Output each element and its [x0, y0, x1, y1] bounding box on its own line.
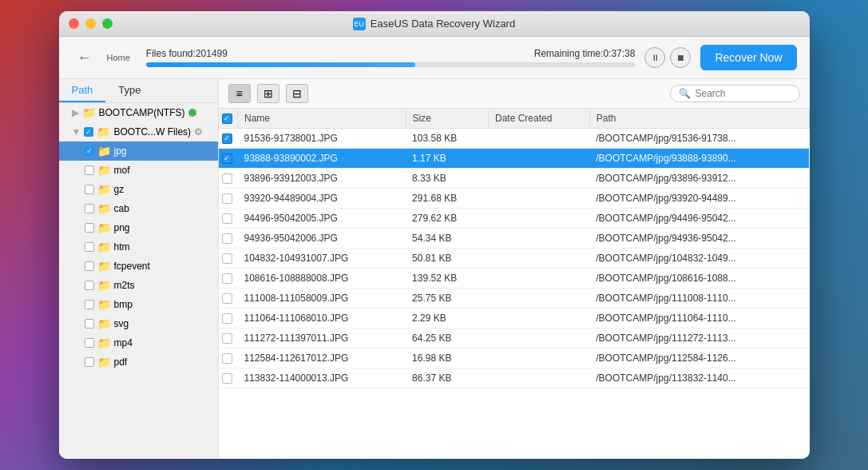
- sidebar-item-bmp[interactable]: 📁 bmp: [59, 295, 218, 314]
- tree-checkbox[interactable]: [85, 261, 94, 271]
- row-checkbox[interactable]: [222, 253, 232, 264]
- table-row[interactable]: 111008-111058009.JPG25.75 KB/BOOTCAMP/jp…: [219, 289, 810, 309]
- minimize-button[interactable]: [85, 18, 96, 29]
- table-row[interactable]: 104832-104931007.JPG50.81 KB/BOOTCAMP/jp…: [219, 249, 810, 269]
- row-checkbox-cell[interactable]: [219, 349, 238, 368]
- row-checkbox-cell[interactable]: [219, 329, 238, 349]
- row-checkbox[interactable]: ✓: [222, 153, 232, 164]
- table-row[interactable]: 94496-95042005.JPG279.62 KB/BOOTCAMP/jpg…: [219, 209, 810, 229]
- sidebar-item-svg[interactable]: 📁 svg: [59, 314, 218, 333]
- header-checkbox[interactable]: ✓: [222, 114, 232, 124]
- sidebar-item-pdf[interactable]: 📁 pdf: [59, 352, 218, 372]
- row-checkbox[interactable]: [222, 373, 232, 384]
- row-checkbox-cell[interactable]: ✓: [219, 149, 238, 169]
- table-row[interactable]: 108616-108888008.JPG139.52 KB/BOOTCAMP/j…: [219, 269, 810, 289]
- header-path[interactable]: Path: [589, 109, 809, 129]
- row-checkbox-cell[interactable]: [219, 249, 238, 269]
- row-checkbox-cell[interactable]: [219, 368, 238, 388]
- header-size[interactable]: Size: [406, 109, 488, 129]
- sidebar-item-png[interactable]: 📁 png: [59, 218, 218, 237]
- row-checkbox-cell[interactable]: [219, 269, 238, 289]
- tab-type[interactable]: Type: [105, 79, 153, 102]
- gear-icon[interactable]: ⚙: [194, 126, 203, 137]
- sidebar-item-bootcamp-w-files[interactable]: ▼ ✓ 📁 BOOTC...W Files) ⚙: [59, 122, 218, 141]
- table-row[interactable]: 113832-114000013.JPG86.37 KB/BOOTCAMP/jp…: [219, 368, 810, 388]
- tree-checkbox[interactable]: [85, 357, 94, 367]
- row-checkbox[interactable]: [222, 293, 232, 304]
- home-button[interactable]: Home: [107, 53, 130, 62]
- row-checkbox[interactable]: [222, 353, 232, 364]
- table-row[interactable]: 111272-111397011.JPG64.25 KB/BOOTCAMP/jp…: [219, 329, 810, 349]
- table-row[interactable]: 112584-112617012.JPG16.98 KB/BOOTCAMP/jp…: [219, 349, 810, 368]
- sidebar-item-gz[interactable]: 📁 gz: [59, 180, 218, 199]
- close-button[interactable]: [69, 18, 79, 29]
- arrow-icon: ▼: [72, 126, 81, 137]
- sidebar-item-m2ts[interactable]: 📁 m2ts: [59, 276, 218, 295]
- row-checkbox[interactable]: [222, 173, 232, 184]
- tree-checkbox[interactable]: [85, 223, 94, 233]
- row-path: /BOOTCAMP/jpg/93896-93912...: [589, 169, 809, 189]
- row-checkbox-cell[interactable]: [219, 189, 238, 209]
- view-columns-button[interactable]: ⊟: [286, 84, 308, 103]
- row-date: [488, 129, 589, 149]
- row-path: /BOOTCAMP/jpg/108616-1088...: [589, 269, 809, 289]
- maximize-button[interactable]: [102, 18, 113, 29]
- table-row[interactable]: 94936-95042006.JPG54.34 KB/BOOTCAMP/jpg/…: [219, 229, 810, 249]
- sidebar-item-mp4[interactable]: 📁 mp4: [59, 333, 218, 352]
- view-list-button[interactable]: ≡: [228, 84, 251, 103]
- sidebar-item-fcpevent[interactable]: 📁 fcpevent: [59, 257, 218, 276]
- row-checkbox-cell[interactable]: [219, 229, 238, 249]
- folder-icon: 📁: [97, 221, 111, 234]
- stop-button[interactable]: ⏹: [670, 47, 691, 68]
- row-checkbox[interactable]: ✓: [222, 133, 232, 144]
- row-date: [488, 149, 589, 169]
- table-row[interactable]: 111064-111068010.JPG2.29 KB/BOOTCAMP/jpg…: [219, 309, 810, 329]
- sidebar-item-cab[interactable]: 📁 cab: [59, 199, 218, 218]
- sidebar-item-htm[interactable]: 📁 htm: [59, 237, 218, 257]
- row-checkbox[interactable]: [222, 213, 232, 224]
- tree-checkbox[interactable]: [85, 281, 94, 290]
- row-name: 93896-93912003.JPG: [238, 169, 406, 189]
- tree-checkbox[interactable]: ✓: [84, 127, 93, 137]
- tab-path[interactable]: Path: [59, 79, 106, 102]
- sidebar-item-bootcamp-ntfs[interactable]: ▶ 📁 BOOTCAMP(NTFS): [59, 103, 218, 122]
- tree-checkbox[interactable]: [85, 338, 94, 348]
- row-size: 1.17 KB: [406, 149, 488, 169]
- search-input[interactable]: [696, 88, 791, 99]
- row-checkbox[interactable]: [222, 313, 232, 324]
- table-row[interactable]: 93920-94489004.JPG291.68 KB/BOOTCAMP/jpg…: [219, 189, 810, 209]
- header-name[interactable]: Name: [238, 109, 406, 129]
- sidebar-item-mof[interactable]: 📁 mof: [59, 161, 218, 180]
- tree-checkbox[interactable]: [85, 204, 94, 213]
- row-checkbox-cell[interactable]: [219, 309, 238, 329]
- tree-checkbox[interactable]: ✓: [85, 146, 94, 156]
- row-size: 8.33 KB: [406, 169, 488, 189]
- row-checkbox[interactable]: [222, 333, 232, 344]
- tree-checkbox[interactable]: [85, 242, 94, 252]
- tree-checkbox[interactable]: [85, 185, 94, 194]
- tree-checkbox[interactable]: [85, 319, 94, 329]
- tree-checkbox[interactable]: [85, 300, 94, 309]
- row-checkbox[interactable]: [222, 193, 232, 204]
- back-button[interactable]: ←: [72, 45, 97, 70]
- view-grid-button[interactable]: ⊞: [257, 84, 279, 103]
- table-row[interactable]: ✓91536-91738001.JPG103.58 KB/BOOTCAMP/jp…: [219, 129, 810, 149]
- tree-checkbox[interactable]: [85, 165, 94, 175]
- row-checkbox-cell[interactable]: [219, 169, 238, 189]
- folder-icon: 📁: [97, 317, 111, 330]
- row-date: [488, 368, 589, 388]
- row-checkbox[interactable]: [222, 233, 232, 244]
- table-row[interactable]: ✓93888-93890002.JPG1.17 KB/BOOTCAMP/jpg/…: [219, 149, 810, 169]
- home-label: Home: [107, 53, 130, 62]
- row-checkbox-cell[interactable]: [219, 289, 238, 309]
- header-date-created[interactable]: Date Created: [488, 109, 589, 129]
- recover-now-button[interactable]: Recover Now: [700, 45, 796, 70]
- row-checkbox[interactable]: [222, 273, 232, 284]
- sidebar-item-jpg[interactable]: ✓ 📁 jpg: [59, 141, 218, 161]
- search-box: 🔍: [670, 85, 800, 102]
- row-checkbox-cell[interactable]: [219, 209, 238, 229]
- table-row[interactable]: 93896-93912003.JPG8.33 KB/BOOTCAMP/jpg/9…: [219, 169, 810, 189]
- pause-button[interactable]: ⏸: [644, 47, 665, 68]
- row-checkbox-cell[interactable]: ✓: [219, 129, 238, 149]
- row-name: 108616-108888008.JPG: [238, 269, 406, 289]
